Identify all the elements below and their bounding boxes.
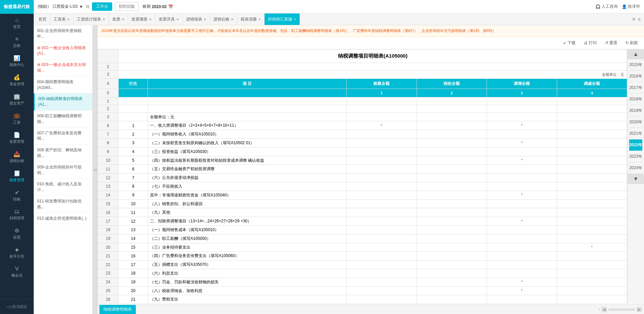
row-cell-col3[interactable] [487,113,557,121]
scroll-right-button[interactable]: ▷ [637,307,642,312]
row-cell-col3[interactable]: * [487,138,557,147]
tab-close-tax-clear[interactable]: ✕ [258,18,261,21]
row-cell-col1[interactable] [346,113,417,121]
row-cell-col2[interactable] [417,252,487,260]
sidebar-item-archive[interactable]: 🗂 归档管理 [0,205,34,224]
year-item-2018[interactable]: 2018年 [629,94,642,105]
left-panel-item-008[interactable]: 008-资产折旧、摊销及纳税... [34,145,92,162]
row-cell-col3[interactable] [487,130,557,139]
year-item-2022[interactable]: 2022年 [629,139,642,151]
row-cell-col3[interactable] [487,225,557,234]
row-cell-col4[interactable] [557,217,627,226]
left-panel-item-003[interactable]: ⊗ 003-一般企业成本支出明细... [34,59,92,76]
row-cell-col2[interactable] [417,156,487,165]
tab-close-invoice-open[interactable]: ✕ [176,18,179,21]
left-panel-item-012[interactable]: 012-减免企所优惠明细表(..) [34,213,92,224]
collapse-panel-button[interactable]: ◁ [93,25,97,314]
left-panel-item-010[interactable]: 010-免税、减计收入及加计... [34,179,92,196]
tab-close-import-ledger[interactable]: ✕ [231,18,234,21]
row-cell-col1[interactable] [346,252,417,260]
year-item-2016[interactable]: 2016年 [629,71,642,82]
row-cell-col2[interactable] [417,165,487,174]
tab-close-salary[interactable]: ✕ [67,18,70,21]
tab-close-invoice-calc[interactable]: ✕ [149,18,152,21]
row-cell-col2[interactable] [417,234,487,243]
tab-salary-stat[interactable]: 工资统计报表 ✕ [73,13,109,25]
sidebar-item-tax[interactable]: 🧾 税务管理 [0,167,34,186]
row-cell-col2[interactable] [417,182,487,191]
tab-invoice-open[interactable]: 发票开具 ✕ [155,13,183,25]
row-cell-col3[interactable]: * [487,121,557,130]
row-cell-col1[interactable] [346,174,417,182]
row-cell-col3[interactable] [487,165,557,174]
company-dropdown-icon[interactable]: ▼ [79,4,83,9]
row-cell-col1[interactable] [346,278,417,286]
sidebar-item-fixed[interactable]: 🏢 固定资产 [0,90,34,109]
tab-close-import-shrink[interactable]: ✕ [204,18,206,21]
tab-close-invoice[interactable]: ✕ [122,18,124,21]
year-item-2024[interactable]: 2024年 [629,162,642,174]
sidebar-item-home[interactable]: ⌂ 首页 [0,14,34,33]
row-cell-col1[interactable] [346,97,417,105]
scroll-left-button[interactable]: ◁ [602,307,607,312]
left-panel-item-007[interactable]: 007-广告费和业务宣传费明... [34,128,92,145]
left-panel-item-004[interactable]: 004-期间费用明细表(A1040... [34,76,92,94]
sidebar-item-member[interactable]: V 畅会员 [0,262,34,281]
row-cell-col4[interactable] [557,295,627,304]
service-button[interactable]: 🎧 人工咨询 [595,4,618,9]
row-cell-col2[interactable] [417,113,487,121]
print-button[interactable]: 🖨 打印 [582,39,599,47]
tab-salary[interactable]: 工资表 ✕ [50,13,73,25]
year-item-2020[interactable]: 2020年 [629,117,642,128]
row-cell-col3[interactable] [487,199,557,208]
row-cell-col1[interactable] [346,286,417,295]
row-cell-col2[interactable] [417,278,487,286]
copy-icon[interactable]: ⧉ [86,4,89,9]
left-panel-item-011[interactable]: 011-研发费用加计扣除优惠... [34,196,92,213]
switch-button[interactable]: 切到旧版 [115,2,139,11]
sidebar-item-guide[interactable]: ★ 新手引导 [0,243,34,262]
row-cell-col2[interactable] [417,199,487,208]
row-cell-col2[interactable] [417,217,487,226]
tab-tax-clear[interactable]: 税表清册 ✕ [237,13,265,25]
row-cell-col1[interactable] [346,243,417,252]
row-cell-col4[interactable] [557,199,627,208]
left-panel-item-001[interactable]: 001-企业所得税年度纳税申... [34,25,92,42]
row-cell-col1[interactable] [346,295,417,304]
sidebar-item-report[interactable]: 📊 报表中心 [0,52,34,71]
row-cell-col3[interactable]: * [487,278,557,286]
sidebar-item-asset[interactable]: 💰 资金管理 [0,71,34,90]
pin-button[interactable]: ◁◁ 取消固定 [0,302,34,311]
tab-home[interactable]: 首页 [35,13,50,25]
row-cell-col4[interactable] [557,234,627,243]
row-cell-col4[interactable] [557,286,627,295]
row-cell-col4[interactable] [557,121,627,130]
row-cell-col2[interactable] [417,295,487,304]
row-cell-col2[interactable] [417,97,487,105]
year-item-2015[interactable]: 2015年 [629,59,642,71]
row-cell-col1[interactable] [346,225,417,234]
row-cell-col2[interactable] [417,225,487,234]
row-cell-col3[interactable]: * [487,191,557,199]
user-menu[interactable]: 👤 徐泽华 [622,4,640,9]
year-nav-up-button[interactable]: ▲ [627,49,644,59]
row-cell-col3[interactable] [487,105,557,113]
row-cell-col1[interactable] [346,138,417,147]
row-cell-col4[interactable] [557,182,627,191]
row-cell-col3[interactable] [487,97,557,105]
download-button[interactable]: ↙ 下载 [561,39,578,47]
row-cell-col4[interactable] [557,97,627,105]
row-cell-col4[interactable] [557,138,627,147]
tab-close-salary-stat[interactable]: ✕ [102,18,105,21]
refresh-button[interactable]: ↻ 刷新 [623,39,640,47]
row-cell-col1[interactable] [346,269,417,278]
row-cell-col1[interactable] [346,147,417,156]
row-cell-col2[interactable] [417,130,487,139]
row-cell-col3[interactable]: * [487,217,557,226]
row-cell-col3[interactable] [487,295,557,304]
row-cell-col4[interactable] [557,174,627,182]
reset-button[interactable]: ↺ 重置 [603,39,619,47]
tab-import-ledger[interactable]: 进销台账 ✕ [210,13,237,25]
more-tabs-icon[interactable]: ≡ [638,17,641,22]
row-cell-col1[interactable] [346,165,417,174]
